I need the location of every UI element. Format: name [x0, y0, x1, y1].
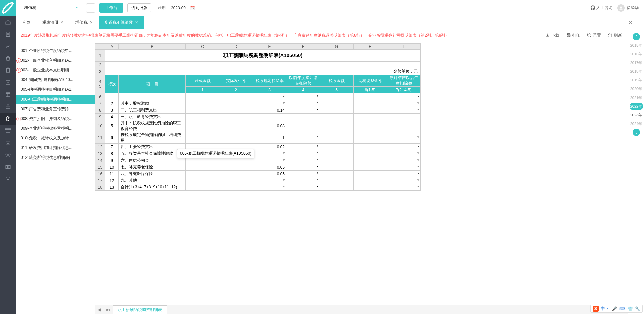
nav-item[interactable]: 003-一般企业成本支出明细...: [16, 65, 95, 75]
old-version-button[interactable]: 切到旧版: [127, 3, 151, 12]
table-row: 83二、职工福利费支出0.14**: [95, 107, 421, 114]
year-2023年[interactable]: 2023年: [630, 111, 643, 119]
rail-bag-icon[interactable]: [0, 52, 16, 64]
sheet-tab-active[interactable]: 职工薪酬纳税调整明细表: [113, 305, 167, 314]
ime-tool-icon[interactable]: 🔧: [635, 306, 640, 311]
consult-link[interactable]: 🎧 人工咨询: [590, 5, 612, 11]
download-button[interactable]: 下载: [545, 33, 559, 38]
year-2024年[interactable]: 2024年: [630, 120, 643, 127]
nav-item[interactable]: 011-研发费用加计扣除优惠...: [16, 143, 95, 153]
left-rail: [0, 0, 16, 314]
year-2021年[interactable]: 2021年: [630, 94, 643, 101]
year-up-icon[interactable]: ⌃: [633, 33, 640, 40]
nav-item[interactable]: 008-资产折旧、摊销及纳税...: [16, 114, 95, 124]
unit-label: 金额单位：元: [105, 68, 421, 75]
year-down-icon[interactable]: ⌄: [633, 129, 640, 136]
tab-税表清册[interactable]: 税表清册✕: [36, 16, 69, 29]
rail-check-icon[interactable]: [0, 76, 16, 88]
ime-keyboard-icon[interactable]: ⌨: [619, 306, 626, 311]
table-header: 税收规定扣除率: [253, 75, 286, 87]
col-header: H: [354, 44, 387, 50]
tab-首页[interactable]: 首页: [16, 16, 36, 29]
reset-button[interactable]: 重置: [587, 33, 601, 38]
svg-rect-9: [6, 166, 10, 169]
tab-close-icon[interactable]: ✕: [135, 20, 138, 25]
tab-所得税汇算清缴[interactable]: 所得税汇算清缴✕: [99, 16, 144, 29]
tab-expand-icon[interactable]: ⛶: [635, 19, 641, 26]
nav-item[interactable]: 001-企业所得税年度纳税申...: [16, 46, 95, 56]
nav-item[interactable]: 006-职工薪酬纳税调整明细...: [16, 95, 95, 104]
tab-增值税[interactable]: 增值税✕: [69, 16, 99, 29]
chevron-down-icon: ﹀: [75, 5, 79, 11]
year-2022年[interactable]: 2022年: [630, 103, 643, 110]
spreadsheet[interactable]: ABCDEFGHI1职工薪酬纳税调整明细表(A105050)23金额单位：元45…: [95, 43, 628, 305]
col-header: G: [320, 44, 354, 50]
rail-chart-icon[interactable]: [0, 40, 16, 52]
rail-home-icon[interactable]: [0, 16, 16, 28]
nav-item[interactable]: 009-企业所得税弥补亏损明...: [16, 124, 95, 133]
nav-item[interactable]: 005-纳税调整项目明细表(A1...: [16, 85, 95, 95]
period-label: 账期: [158, 5, 166, 11]
table-row: 149六、住房公积金***: [95, 157, 421, 164]
ime-lang[interactable]: 中: [601, 306, 605, 312]
rail-video-icon[interactable]: [0, 161, 16, 173]
ime-bar: S 中 •, 🎤 ⌨ 👕 🔧: [590, 305, 643, 313]
warning-text: 2019年度涉及取以前年度结转数据的申报表单元格需要手工维护正确，才能保证本年及…: [16, 29, 539, 43]
ime-mic-icon[interactable]: 🎤: [612, 306, 617, 311]
print-button[interactable]: 打印: [566, 33, 580, 38]
period-value[interactable]: 2023-09: [171, 6, 186, 10]
col-header: B: [119, 44, 186, 50]
avatar-icon: [617, 4, 625, 12]
svg-point-10: [620, 6, 622, 8]
year-2015年[interactable]: 2015年: [630, 42, 643, 49]
col-header: F: [286, 44, 320, 50]
form-nav: 001-企业所得税年度纳税申...002-一般企业收入明细表(A...003-一…: [16, 43, 95, 314]
svg-rect-7: [6, 130, 10, 133]
nav-item[interactable]: 004-期间费用明细表(A1040...: [16, 75, 95, 85]
workbench-button[interactable]: 工作台: [99, 3, 123, 13]
tab-close-icon[interactable]: ✕: [60, 20, 63, 25]
rail-template-icon[interactable]: [0, 88, 16, 101]
sheet-first-icon[interactable]: ⏮: [103, 307, 113, 312]
rail-inbox-icon[interactable]: [0, 137, 16, 149]
table-header: 累计结转以后年度扣除额: [387, 75, 421, 87]
rail-clipboard-icon[interactable]: [0, 64, 16, 76]
rail-settings-icon[interactable]: [0, 149, 16, 161]
ime-skin-icon[interactable]: 👕: [628, 306, 633, 311]
year-2020年[interactable]: 2020年: [630, 85, 643, 92]
year-2019年[interactable]: 2019年: [630, 76, 643, 84]
rail-doc-icon[interactable]: [0, 28, 16, 40]
ime-logo-icon[interactable]: S: [593, 306, 599, 312]
tab-close-all-icon[interactable]: ✕: [628, 19, 633, 26]
sheet-prev-icon[interactable]: ◀: [95, 307, 103, 312]
svg-point-8: [7, 154, 9, 156]
nav-item[interactable]: 010-免税、减计收入及加计...: [16, 133, 95, 143]
nav-item[interactable]: 002-一般企业收入明细表(A...: [16, 56, 95, 65]
nav-item[interactable]: 007-广告费和业务宣传费跨...: [16, 104, 95, 114]
calendar-icon[interactable]: 📅: [190, 6, 195, 10]
table-row: 94三、职工教育经费支出: [95, 114, 421, 120]
list-icon-button[interactable]: [86, 3, 95, 13]
user-menu[interactable]: 徐泽华: [617, 4, 639, 12]
table-row: 116按税收规定全额扣除的职工培训费用1**: [95, 132, 421, 144]
refresh-button[interactable]: 刷新: [608, 33, 622, 38]
topbar: 增值税 ﹀ 工作台 切到旧版 账期 2023-09 📅 🎧 人工咨询 徐泽华: [16, 0, 644, 16]
col-header: A: [105, 44, 119, 50]
nav-item[interactable]: 012-减免所得税优惠明细表(...: [16, 153, 95, 163]
username: 徐泽华: [627, 5, 639, 11]
rail-archive-icon[interactable]: [0, 125, 16, 137]
table-header: 行次: [105, 75, 119, 93]
year-2018年[interactable]: 2018年: [630, 68, 643, 75]
ime-punct-icon[interactable]: •,: [607, 306, 610, 311]
table-row: 72其中：股权激励***: [95, 100, 421, 107]
table-row: 1611八、补充医疗保险0.05**: [95, 171, 421, 177]
year-2016年[interactable]: 2016年: [630, 50, 643, 58]
year-2017年[interactable]: 2017年: [630, 59, 643, 66]
rail-calendar-icon[interactable]: [0, 101, 16, 113]
col-header: E: [253, 44, 286, 50]
tax-type-select[interactable]: 增值税 ﹀: [21, 4, 82, 12]
tab-close-icon[interactable]: ✕: [90, 20, 93, 25]
col-header: C: [186, 44, 219, 50]
rail-v-icon[interactable]: [0, 173, 16, 185]
rail-tax-icon[interactable]: [0, 113, 16, 125]
